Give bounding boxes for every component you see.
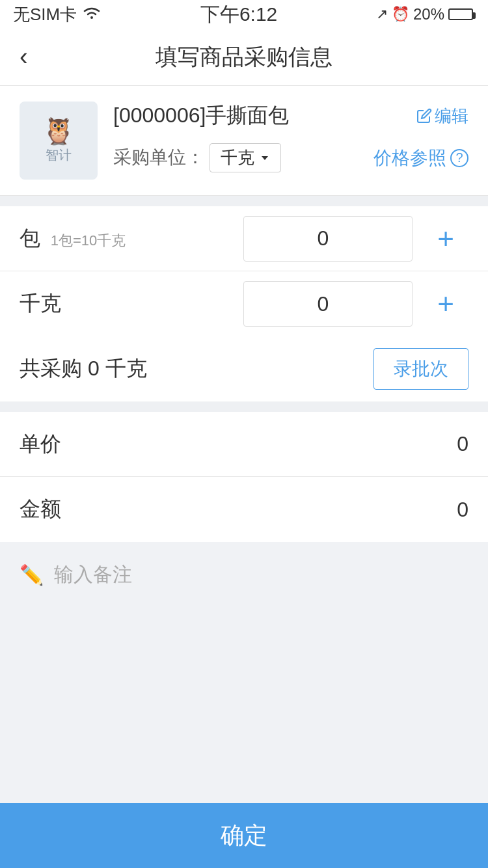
bao-input-row: 包 1包=10千克 +	[0, 206, 488, 271]
amount-value: 0	[457, 498, 468, 522]
section-divider-2	[0, 401, 488, 412]
battery-icon	[448, 8, 475, 20]
location-icon: ↗	[376, 6, 388, 23]
wifi-icon	[82, 5, 102, 25]
price-section: 单价 0 金额 0	[0, 412, 488, 542]
product-info: [0000006]手撕面包 编辑 采购单位： 千克 价格参照 ?	[113, 102, 468, 172]
bottom-space	[0, 608, 488, 803]
status-right: ↗ ⏰ 20%	[376, 5, 475, 23]
product-card: 🦉 智计 [0000006]手撕面包 编辑 采购单位： 千克	[0, 86, 488, 196]
pencil-icon: ✏️	[20, 563, 44, 586]
kg-label-group: 千克	[20, 290, 61, 318]
price-reference-button[interactable]: 价格参照 ?	[373, 146, 468, 170]
product-thumbnail: 🦉 智计	[20, 102, 98, 180]
amount-label: 金额	[20, 495, 61, 524]
product-name-row: [0000006]手撕面包 编辑	[113, 102, 468, 130]
batch-button[interactable]: 录批次	[373, 348, 468, 390]
carrier-label: 无SIM卡	[13, 3, 77, 26]
kg-plus-button[interactable]: +	[423, 281, 468, 327]
edit-label: 编辑	[435, 105, 468, 128]
unit-price-row: 单价 0	[0, 412, 488, 477]
product-logo: 🦉	[42, 118, 75, 144]
unit-label-text: 采购单位：	[113, 147, 204, 167]
unit-select[interactable]: 千克	[210, 143, 281, 172]
back-button[interactable]: ‹	[20, 43, 28, 71]
battery-percent: 20%	[413, 5, 444, 23]
edit-button[interactable]: 编辑	[416, 105, 468, 128]
product-name: [0000006]手撕面包	[113, 102, 289, 130]
kg-input-row: 千克 +	[0, 271, 488, 336]
unit-price-label: 单价	[20, 430, 61, 459]
summary-section: 共采购 0 千克 录批次	[0, 336, 488, 401]
notes-placeholder: 输入备注	[54, 562, 132, 588]
alarm-icon: ⏰	[392, 6, 409, 23]
kg-label: 千克	[20, 292, 61, 315]
bao-input-section: 包 1包=10千克 + 千克 +	[0, 206, 488, 336]
unit-selector[interactable]: 采购单位： 千克	[113, 143, 281, 172]
bao-label-group: 包 1包=10千克	[20, 224, 126, 253]
kg-input-right: +	[243, 281, 468, 327]
page-title: 填写商品采购信息	[156, 42, 332, 72]
time-label: 下午6:12	[200, 1, 277, 28]
bao-sub-label: 1包=10千克	[51, 232, 126, 249]
status-bar: 无SIM卡 下午6:12 ↗ ⏰ 20%	[0, 0, 488, 29]
notes-section[interactable]: ✏️ 输入备注	[0, 542, 488, 608]
bao-plus-button[interactable]: +	[423, 216, 468, 262]
kg-quantity-input[interactable]	[243, 281, 413, 327]
unit-price-value: 0	[457, 432, 468, 456]
status-left: 无SIM卡	[13, 3, 102, 26]
bao-input-right: +	[243, 216, 468, 262]
bao-label: 包	[20, 226, 40, 250]
bao-quantity-input[interactable]	[243, 216, 413, 262]
summary-text: 共采购 0 千克	[20, 355, 147, 383]
help-icon: ?	[450, 149, 468, 167]
confirm-button[interactable]: 确定	[0, 803, 488, 868]
amount-row: 金额 0	[0, 477, 488, 542]
section-divider-1	[0, 196, 488, 206]
product-unit-row: 采购单位： 千克 价格参照 ?	[113, 143, 468, 172]
product-logo-sub: 智计	[46, 146, 72, 164]
nav-bar: ‹ 填写商品采购信息	[0, 29, 488, 86]
